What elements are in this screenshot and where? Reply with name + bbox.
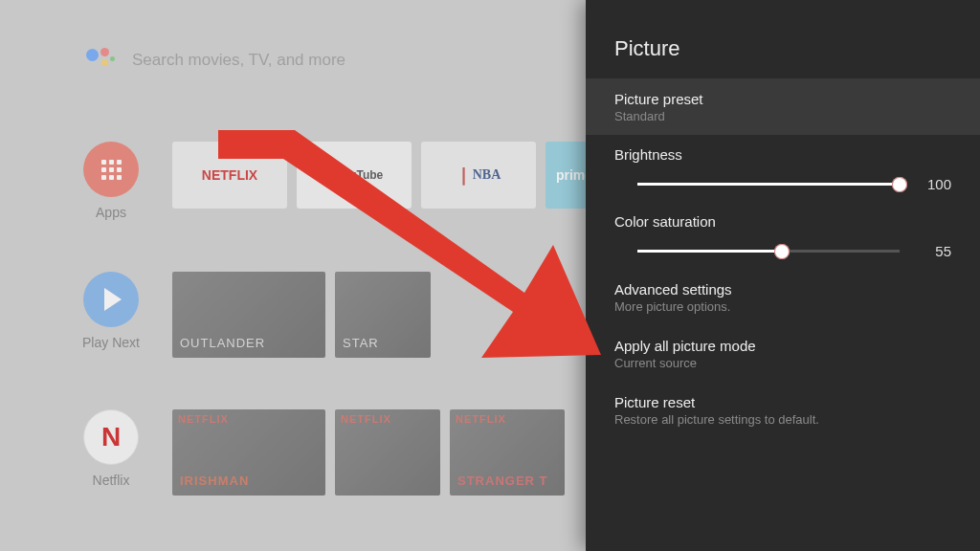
setting-advanced[interactable]: Advanced settings More picture options. (586, 269, 980, 325)
tile-youtube[interactable]: ▶YouTube (297, 142, 412, 209)
thumb-unknown[interactable]: NETFLIX (335, 409, 440, 496)
setting-label: Brightness (614, 146, 951, 163)
thumb-irishman[interactable]: NETFLIXIRISHMAN (172, 409, 325, 496)
setting-apply-all[interactable]: Apply all picture mode Current source (586, 325, 980, 382)
setting-picture-reset[interactable]: Picture reset Restore all picture settin… (586, 382, 980, 438)
play-icon (104, 288, 122, 311)
netflix-n-icon: N (101, 422, 121, 452)
row-label-netflix[interactable]: N Netflix (69, 409, 153, 488)
search-placeholder: Search movies, TV, and more (132, 51, 345, 70)
setting-sub: Current source (614, 356, 951, 370)
thumb-outlander[interactable]: OUTLANDER (172, 272, 325, 358)
brightness-slider[interactable] (637, 183, 900, 186)
panel-title: Picture (586, 0, 980, 78)
netflix-row-icon: N (83, 409, 139, 465)
row-label-text: Apps (69, 205, 153, 220)
tile-nba[interactable]: ❘NBA (421, 142, 536, 209)
setting-value: Standard (614, 109, 951, 123)
saturation-slider[interactable] (637, 250, 900, 253)
slider-knob[interactable] (892, 177, 907, 192)
setting-brightness[interactable]: Brightness 100 (586, 135, 980, 202)
setting-label: Picture reset (614, 394, 951, 410)
brightness-value: 100 (917, 176, 951, 192)
setting-label: Advanced settings (614, 281, 951, 298)
launcher-rows: Apps NETFLIX ▶YouTube ❘NBA prime Play Ne… (69, 142, 603, 496)
apps-row-icon (83, 142, 139, 197)
thumb-star[interactable]: STAR (335, 272, 431, 358)
home-screen: Search movies, TV, and more Apps NETFLIX… (0, 0, 586, 551)
setting-sub: Restore all picture settings to default. (614, 412, 951, 427)
netflix-thumbs: NETFLIXIRISHMAN NETFLIX NETFLIXSTRANGER … (172, 409, 565, 496)
grid-icon (101, 160, 122, 180)
saturation-value: 55 (917, 243, 951, 259)
setting-label: Apply all picture mode (614, 338, 951, 354)
tile-netflix[interactable]: NETFLIX (172, 142, 287, 209)
row-label-text: Play Next (69, 335, 153, 350)
assistant-icon (86, 46, 115, 75)
picture-settings-panel: Picture Picture preset Standard Brightne… (586, 0, 980, 551)
row-netflix: N Netflix NETFLIXIRISHMAN NETFLIX NETFLI… (69, 409, 603, 496)
setting-sub: More picture options. (614, 299, 951, 314)
setting-color-saturation[interactable]: Color saturation 55 (586, 202, 980, 269)
row-label-play-next[interactable]: Play Next (69, 272, 153, 350)
setting-label: Picture preset (614, 91, 951, 107)
row-play-next: Play Next OUTLANDER STAR (69, 272, 603, 358)
thumb-stranger[interactable]: NETFLIXSTRANGER T (450, 409, 565, 496)
setting-picture-preset[interactable]: Picture preset Standard (586, 78, 980, 135)
search-bar[interactable]: Search movies, TV, and more (86, 46, 345, 75)
row-apps: Apps NETFLIX ▶YouTube ❘NBA prime (69, 142, 603, 220)
slider-knob[interactable] (774, 244, 790, 259)
row-label-text: Netflix (69, 473, 153, 488)
playnext-thumbs: OUTLANDER STAR (172, 272, 431, 358)
row-label-apps[interactable]: Apps (69, 142, 153, 220)
apps-tiles: NETFLIX ▶YouTube ❘NBA prime (172, 142, 603, 209)
play-next-icon (83, 272, 139, 327)
setting-label: Color saturation (614, 213, 951, 230)
